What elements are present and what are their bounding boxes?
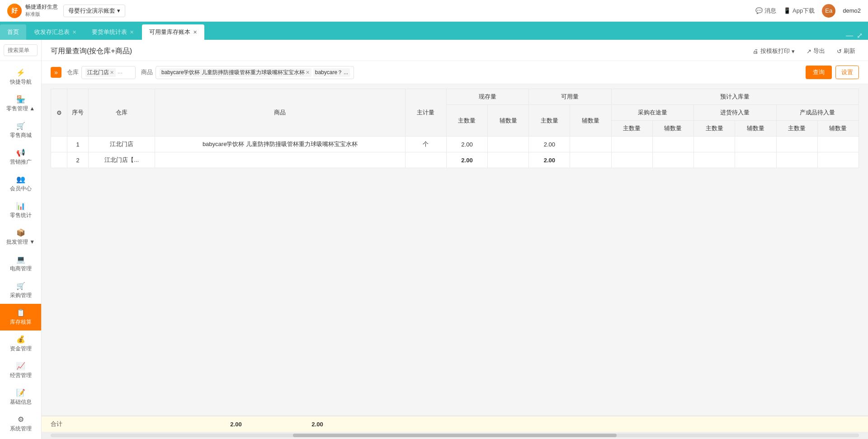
inventory-tab-label: 可用量库存账本 — [149, 28, 190, 36]
sidebar-item-inventory[interactable]: 📋 库存核算 — [0, 304, 41, 330]
td-incoming-main-1 — [694, 137, 735, 152]
sidebar-item-finance[interactable]: 💰 资金管理 — [0, 330, 41, 357]
td-transit-main-2 — [611, 152, 652, 168]
retail-mgmt-icon: 🏪 — [16, 95, 25, 104]
sidebar-item-enterprise[interactable]: 🏢 企业协同 — [0, 437, 41, 439]
td-transit-sub-1 — [652, 137, 693, 152]
th-transit: 采购在途量 — [611, 105, 693, 121]
td-stock-main-1: 2.00 — [446, 137, 487, 152]
td-production-sub-1 — [817, 137, 859, 152]
sidebar-item-wholesale[interactable]: 📦 批发管理 ▼ — [0, 224, 41, 250]
th-avail-sub: 辅数量 — [570, 105, 611, 137]
td-unit-1: 个 — [405, 137, 446, 152]
members-label: 会员中心 — [10, 185, 32, 193]
print-btn[interactable]: 🖨 按模板打印 ▾ — [749, 45, 798, 57]
filter-expand-btn[interactable]: » — [51, 67, 61, 78]
export-btn[interactable]: ↗ 导出 — [803, 45, 829, 57]
th-forecast: 预计入库量 — [611, 89, 859, 105]
tab-close-receipt[interactable]: ✕ — [72, 29, 76, 35]
th-transit-sub: 辅数量 — [652, 121, 693, 137]
warehouse-filter-label: 仓库 — [67, 68, 79, 76]
td-stock-sub-2 — [488, 152, 529, 168]
tab-receipt[interactable]: 收发存汇总表 ✕ — [27, 24, 84, 40]
print-label: 按模板打印 — [760, 47, 790, 55]
tab-inventory[interactable]: 可用量库存账本 ✕ — [142, 24, 204, 40]
tab-fullscreen-btn[interactable]: ⤢ — [857, 31, 863, 40]
sidebar-item-members[interactable]: 👥 会员中心 — [0, 170, 41, 197]
td-stock-main-2: 2.00 — [446, 152, 487, 168]
th-gear[interactable]: ⚙ — [51, 89, 67, 137]
industry-selector[interactable]: 母婴行业演示账套 ▾ — [63, 5, 125, 17]
setting-button[interactable]: 设置 — [835, 66, 859, 79]
product-tag-2: babycare？ ... — [313, 68, 350, 77]
td-incoming-sub-2 — [735, 152, 776, 168]
sidebar-nav-section: ⚡ 快捷导航 🏪 零售管理 ▲ 🛒 零售商城 📢 营销推广 👥 会员中心 📊 — [0, 61, 41, 439]
tab-close-order[interactable]: ✕ — [130, 29, 134, 35]
sidebar-item-marketing[interactable]: 📢 营销推广 — [0, 144, 41, 170]
td-production-main-2 — [776, 152, 817, 168]
retail-mall-label: 零售商城 — [10, 132, 32, 139]
scroll-track[interactable] — [51, 434, 859, 437]
basic-icon: 📝 — [16, 388, 25, 397]
finance-label: 资金管理 — [10, 345, 32, 353]
sidebar-item-ecommerce[interactable]: 💻 电商管理 — [0, 250, 41, 277]
marketing-label: 营销推广 — [10, 158, 32, 166]
th-production-sub: 辅数量 — [817, 121, 859, 137]
td-avail-main-1: 2.00 — [529, 137, 570, 152]
tab-home[interactable]: 首页 — [0, 24, 26, 40]
query-button[interactable]: 查询 — [806, 66, 832, 79]
message-icon: 💬 — [755, 7, 763, 14]
avatar[interactable]: Ea — [822, 4, 835, 18]
product-tag-ellipsis: ... — [344, 69, 348, 76]
th-incoming-main: 主数量 — [694, 121, 735, 137]
wholesale-icon: 📦 — [16, 228, 25, 237]
sidebar-item-basic[interactable]: 📝 基础信息 — [0, 384, 41, 411]
sidebar-item-purchase[interactable]: 🛒 采购管理 — [0, 277, 41, 304]
th-no: 序号 — [67, 89, 89, 137]
system-label: 系统管理 — [10, 425, 32, 433]
th-unit: 主计量 — [405, 89, 446, 137]
sidebar-item-retail-mgmt[interactable]: 🏪 零售管理 ▲ — [0, 90, 41, 117]
td-transit-main-1 — [611, 137, 652, 152]
product-input[interactable]: babycare学饮杯 儿童防摔防撞吸管杯重力球吸嘴杯宝宝水杯 ✕ babyca… — [156, 66, 354, 79]
message-btn[interactable]: 💬 消息 — [755, 7, 776, 15]
tab-close-inventory[interactable]: ✕ — [193, 29, 197, 35]
footer-stock-main: 2.00 — [213, 421, 259, 428]
sidebar-item-retail-stats[interactable]: 📊 零售统计 — [0, 197, 41, 224]
th-production: 产成品待入量 — [776, 105, 859, 121]
search-input[interactable] — [4, 44, 38, 56]
app-download-btn[interactable]: 📱 App下载 — [783, 7, 815, 15]
scroll-thumb[interactable] — [293, 434, 616, 437]
warehouse-tag-close[interactable]: ✕ — [110, 70, 114, 76]
warehouse-more[interactable]: ··· — [118, 69, 123, 76]
order-tab-label: 要货单统计表 — [92, 28, 127, 36]
download-icon: 📱 — [783, 7, 791, 14]
chevron-down-icon: ▾ — [117, 7, 120, 14]
sidebar: ⚡ 快捷导航 🏪 零售管理 ▲ 🛒 零售商城 📢 营销推广 👥 会员中心 📊 — [0, 40, 42, 439]
sidebar-item-retail-mall[interactable]: 🛒 零售商城 — [0, 117, 41, 144]
operations-label: 经营管理 — [10, 372, 32, 379]
td-gear-2 — [51, 152, 67, 168]
refresh-icon: ↺ — [837, 48, 842, 55]
tab-minimize-btn[interactable]: — — [846, 32, 853, 40]
user-name: demo2 — [843, 7, 861, 14]
data-table: ⚙ 序号 仓库 商品 主计量 现存量 可用量 预计入库量 主数量 辅数量 主数量… — [51, 89, 859, 168]
top-bar-left: 好 畅捷通好生意 标准版 母婴行业演示账套 ▾ — [7, 4, 125, 18]
inventory-label: 库存核算 — [10, 318, 32, 326]
warehouse-input[interactable]: 江北门店 ✕ ··· — [81, 66, 136, 79]
purchase-label: 采购管理 — [10, 292, 32, 299]
retail-mgmt-label: 零售管理 ▲ — [6, 105, 35, 113]
filter-bar: » 仓库 江北门店 ✕ ··· 商品 babycare学饮杯 儿童防摔防撞吸管杯… — [42, 61, 868, 84]
product-filter: 商品 babycare学饮杯 儿童防摔防撞吸管杯重力球吸嘴杯宝宝水杯 ✕ bab… — [141, 66, 354, 79]
sidebar-item-operations[interactable]: 📈 经营管理 — [0, 357, 41, 384]
tab-order[interactable]: 要货单统计表 ✕ — [85, 24, 141, 40]
th-stock-sub: 辅数量 — [488, 105, 529, 137]
refresh-btn[interactable]: ↺ 刷新 — [833, 45, 859, 57]
purchase-icon: 🛒 — [16, 282, 25, 290]
product-tag-1-close[interactable]: ✕ — [306, 70, 310, 76]
sidebar-item-system[interactable]: ⚙ 系统管理 — [0, 411, 41, 437]
td-stock-sub-1 — [488, 137, 529, 152]
th-incoming: 进货待入量 — [694, 105, 776, 121]
sidebar-item-nav[interactable]: ⚡ 快捷导航 — [0, 64, 41, 90]
operations-icon: 📈 — [16, 362, 25, 370]
